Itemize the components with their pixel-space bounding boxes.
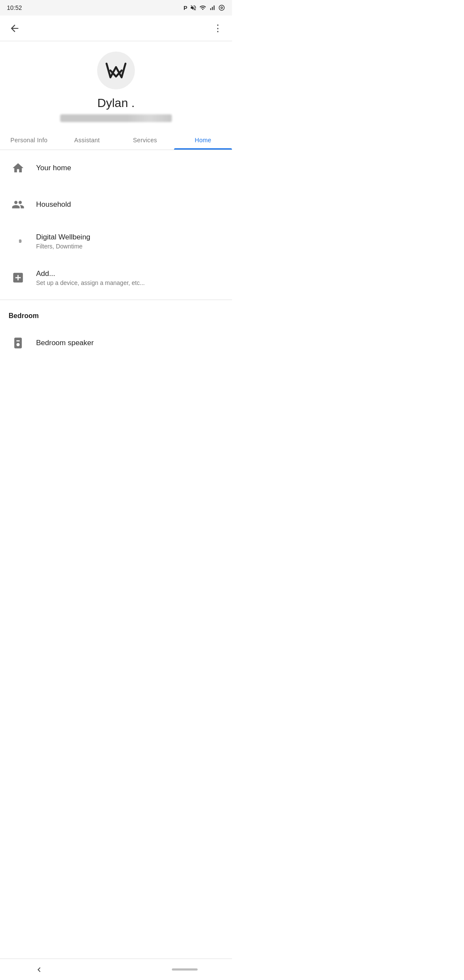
back-button[interactable] bbox=[7, 21, 22, 36]
household-icon bbox=[9, 195, 27, 214]
more-dots-icon: ⋮ bbox=[213, 23, 222, 34]
more-options-button[interactable]: ⋮ bbox=[210, 21, 225, 36]
add-icon bbox=[9, 268, 27, 287]
status-icons: P bbox=[183, 4, 225, 12]
add-text: Add... Set up a device, assign a manager… bbox=[36, 270, 145, 286]
your-home-item[interactable]: Your home bbox=[0, 150, 232, 187]
your-home-text: Your home bbox=[36, 164, 71, 172]
profile-name: Dylan . bbox=[97, 96, 134, 110]
avatar-logo-icon bbox=[105, 61, 127, 80]
back-arrow-icon bbox=[9, 22, 20, 34]
digital-wellbeing-title: Digital Wellbeing bbox=[36, 233, 90, 242]
target-icon bbox=[218, 4, 225, 12]
digital-wellbeing-text: Digital Wellbeing Filters, Downtime bbox=[36, 233, 90, 250]
digital-wellbeing-subtitle: Filters, Downtime bbox=[36, 243, 90, 250]
mute-icon bbox=[190, 4, 197, 12]
your-home-title: Your home bbox=[36, 164, 71, 172]
add-item[interactable]: Add... Set up a device, assign a manager… bbox=[0, 260, 232, 296]
profile-email-blurred bbox=[60, 114, 172, 122]
tab-assistant[interactable]: Assistant bbox=[58, 131, 116, 150]
household-title: Household bbox=[36, 200, 71, 209]
section-divider bbox=[0, 300, 232, 300]
status-time: 10:52 bbox=[7, 4, 22, 11]
speaker-icon bbox=[9, 334, 27, 352]
household-text: Household bbox=[36, 200, 71, 209]
digital-wellbeing-item[interactable]: Digital Wellbeing Filters, Downtime bbox=[0, 223, 232, 260]
bedroom-speaker-text: Bedroom speaker bbox=[36, 339, 94, 347]
parking-icon: P bbox=[183, 5, 187, 11]
home-content: Your home Household bbox=[0, 150, 232, 361]
status-bar: 10:52 P bbox=[0, 0, 232, 15]
bedroom-speaker-title: Bedroom speaker bbox=[36, 339, 94, 347]
add-subtitle: Set up a device, assign a manager, etc..… bbox=[36, 279, 145, 286]
tab-personal-info[interactable]: Personal Info bbox=[0, 131, 58, 150]
household-item[interactable]: Household bbox=[0, 187, 232, 223]
bedroom-section-header: Bedroom bbox=[0, 303, 232, 325]
bedroom-section-title: Bedroom bbox=[9, 312, 39, 319]
tab-services[interactable]: Services bbox=[116, 131, 174, 150]
svg-point-0 bbox=[17, 240, 19, 242]
digital-wellbeing-icon bbox=[9, 232, 27, 251]
home-icon bbox=[9, 159, 27, 178]
bedroom-speaker-item[interactable]: Bedroom speaker bbox=[0, 325, 232, 361]
add-title: Add... bbox=[36, 270, 145, 278]
avatar bbox=[97, 52, 135, 89]
signal-icon bbox=[209, 4, 216, 12]
tab-home[interactable]: Home bbox=[174, 131, 232, 150]
wifi-icon bbox=[199, 4, 206, 12]
profile-section: Dylan . bbox=[0, 41, 232, 131]
app-bar: ⋮ bbox=[0, 15, 232, 41]
tabs-bar: Personal Info Assistant Services Home bbox=[0, 131, 232, 150]
